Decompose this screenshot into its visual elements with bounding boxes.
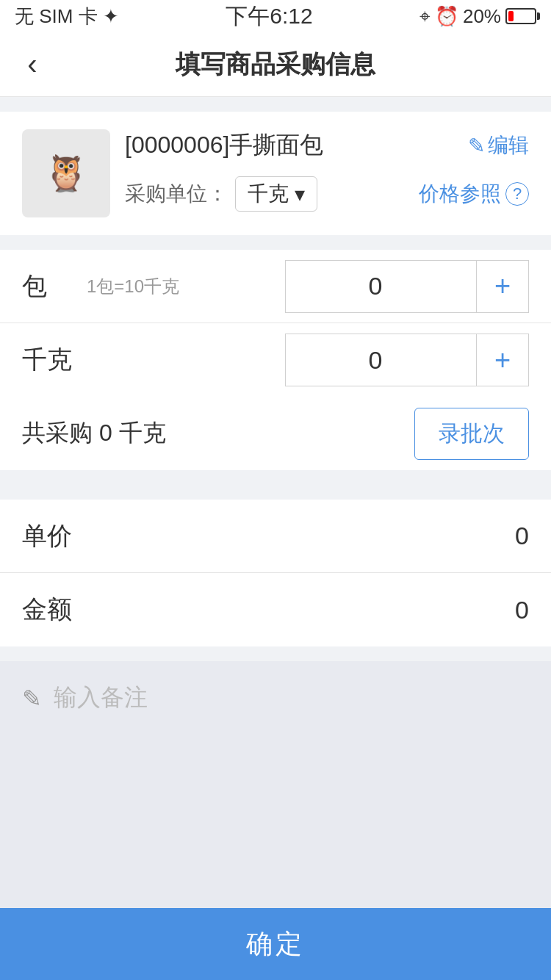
bag-number-input[interactable] [285, 260, 476, 313]
status-bar: 无 SIM 卡 ✦ 下午6:12 ⌖ ⏰ 20% [0, 0, 551, 32]
bag-plus-button[interactable]: + [476, 260, 529, 313]
record-batch-button[interactable]: 录批次 [414, 408, 529, 460]
question-icon: ? [505, 182, 529, 206]
status-bar-right: ⌖ ⏰ 20% [419, 5, 536, 28]
purchase-unit-label: 采购单位： [125, 180, 228, 208]
kg-input-right: + [285, 334, 529, 386]
unit-price-value: 0 [515, 522, 529, 550]
divider-2 [0, 470, 551, 485]
unit-dropdown[interactable]: 千克 ▾ [235, 176, 317, 212]
price-ref-button[interactable]: 价格参照 ? [419, 180, 529, 208]
nav-bar: ‹ 填写商品采购信息 [0, 32, 551, 97]
product-image: 🦉 [22, 129, 110, 217]
unit-price-row: 单价 0 [0, 500, 551, 573]
kg-label: 千克 [22, 343, 81, 377]
amount-row: 金额 0 [0, 573, 551, 646]
product-name-row: [0000006]手撕面包 ✎ 编辑 [125, 129, 529, 162]
alarm-icon: ⏰ [435, 5, 458, 28]
battery-percent: 20% [463, 5, 501, 28]
price-ref-label: 价格参照 [419, 180, 501, 208]
kg-number-input[interactable] [285, 334, 476, 386]
purchase-unit-row: 采购单位： 千克 ▾ 价格参照 ? [125, 176, 529, 212]
amount-value: 0 [515, 596, 529, 624]
edit-link[interactable]: ✎ 编辑 [468, 131, 529, 159]
status-bar-left: 无 SIM 卡 ✦ [15, 4, 119, 29]
sim-status: 无 SIM 卡 ✦ [15, 4, 119, 29]
confirm-button[interactable]: 确定 [0, 908, 551, 980]
back-button[interactable]: ‹ [0, 32, 65, 97]
edit-label: 编辑 [488, 131, 529, 159]
status-bar-time: 下午6:12 [226, 1, 312, 32]
bag-sublabel: 1包=10千克 [87, 275, 179, 298]
product-info: [0000006]手撕面包 ✎ 编辑 采购单位： 千克 ▾ 价格参照 ? [125, 129, 529, 212]
note-placeholder: 输入备注 [54, 682, 148, 714]
total-text: 共采购 0 千克 [22, 417, 166, 450]
bag-label: 包 [22, 270, 81, 303]
product-logo: 🦉 [44, 153, 88, 194]
battery-icon [505, 8, 536, 24]
bag-input-row: 包 1包=10千克 + [0, 250, 551, 323]
product-name: [0000006]手撕面包 [125, 129, 323, 162]
pencil-icon: ✎ [22, 685, 42, 713]
unit-price-label: 单价 [22, 519, 72, 553]
kg-input-row: 千克 + [0, 323, 551, 397]
info-section: 单价 0 金额 0 [0, 500, 551, 646]
unit-value: 千克 [248, 180, 289, 208]
page-title: 填写商品采购信息 [176, 48, 375, 82]
edit-icon: ✎ [468, 134, 485, 158]
product-card: 🦉 [0000006]手撕面包 ✎ 编辑 采购单位： 千克 ▾ [0, 112, 551, 235]
total-row: 共采购 0 千克 录批次 [0, 397, 551, 470]
bag-input-right: + [285, 260, 529, 313]
input-section: 包 1包=10千克 + 千克 + [0, 250, 551, 397]
dropdown-arrow-icon: ▾ [295, 182, 305, 206]
note-section[interactable]: ✎ 输入备注 [0, 661, 551, 911]
location-icon: ⌖ [419, 5, 431, 28]
amount-label: 金额 [22, 593, 72, 627]
kg-plus-button[interactable]: + [476, 334, 529, 386]
divider-1 [0, 235, 551, 250]
